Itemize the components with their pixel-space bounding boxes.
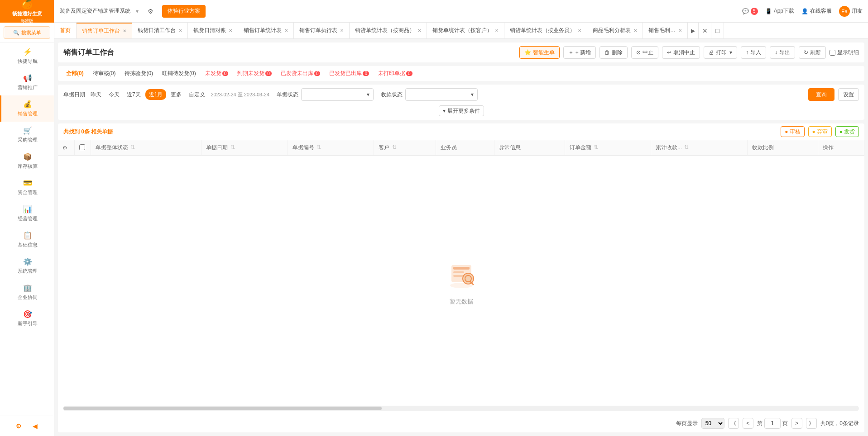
sub-tab-shipped-not-out[interactable]: 已发货未出库0 (276, 68, 325, 79)
sort-icon[interactable]: ⇅ (317, 144, 321, 151)
tab-close-icon[interactable]: ✕ (417, 28, 421, 33)
tab-sales-order-exec[interactable]: 销售订单执行表 ✕ (294, 23, 350, 39)
tab-gross-profit[interactable]: 商品毛利分析表 ✕ (587, 23, 643, 39)
tab-close-icon[interactable]: ✕ (633, 28, 637, 33)
date-1month-btn[interactable]: 近1月 (145, 89, 167, 100)
horizontal-scrollbar[interactable] (63, 406, 859, 411)
date-custom-btn[interactable]: 自定义 (186, 89, 208, 100)
sort-icon[interactable]: ⇅ (684, 144, 689, 151)
filter-settings-button[interactable]: 设置 (838, 88, 859, 101)
sidebar-item-system[interactable]: ⚙️ 系统管理 (0, 253, 54, 279)
th-collected: 累计收款... ⇅ (651, 140, 748, 156)
sort-icon[interactable]: ⇅ (392, 144, 397, 151)
next-page-button[interactable]: > (791, 418, 802, 429)
tab-sales-by-goods[interactable]: 销货单统计表（按商品） ✕ (350, 23, 427, 39)
tab-cash-goods-clear[interactable]: 钱货日清工作台 ✕ (132, 23, 188, 39)
user-menu[interactable]: Ea 用友 (839, 6, 863, 17)
sidebar-item-operations[interactable]: 📊 经营管理 (0, 200, 54, 227)
tab-close-icon[interactable]: ✕ (340, 28, 344, 33)
sort-icon[interactable]: ⇅ (130, 144, 135, 151)
sub-tab-not-shipped[interactable]: 未发货0 (201, 68, 233, 79)
header-settings-button[interactable]: ⚙ (144, 5, 157, 18)
per-page-select[interactable]: 50 20 100 (701, 418, 724, 429)
date-7days-btn[interactable]: 近7天 (124, 89, 144, 100)
page-number-input[interactable] (764, 418, 781, 429)
industry-solution-button[interactable]: 体验行业方案 (162, 5, 206, 18)
date-today-btn[interactable]: 今天 (106, 89, 122, 100)
sidebar-item-purchase[interactable]: 🛒 采购管理 (0, 122, 54, 148)
stop-button[interactable]: ⊘ 中止 (631, 46, 658, 59)
message-button[interactable]: 💬 5 (742, 8, 758, 15)
sort-icon[interactable]: ⇅ (594, 144, 598, 151)
show-detail-input[interactable] (830, 50, 835, 56)
tab-sales-order-stats[interactable]: 销售订单统计表 ✕ (238, 23, 294, 39)
th-abnormal: 异常信息 (494, 140, 565, 156)
add-button[interactable]: ＋ + 新增 (563, 46, 596, 59)
delete-button[interactable]: 🗑 删除 (599, 46, 628, 59)
expand-filter-button[interactable]: ▾ 展开更多条件 (439, 105, 484, 116)
online-service-button[interactable]: 👤 在线客服 (801, 7, 832, 15)
sub-tab-pending-inspection[interactable]: 待拣验货(0) (120, 68, 158, 79)
tab-close-icon[interactable]: ✕ (229, 28, 232, 33)
search-menu-button[interactable]: 🔍 搜索菜单 (4, 26, 50, 39)
sidebar-item-sales[interactable]: 💰 销售管理 (0, 95, 54, 122)
th-settings[interactable]: ⚙ (58, 140, 74, 156)
scrollbar-thumb[interactable] (63, 407, 382, 410)
last-page-button[interactable]: 》 (806, 418, 817, 429)
tab-sales-profit[interactable]: 销售毛利… ✕ (643, 23, 688, 39)
tab-close-icon[interactable]: ✕ (178, 28, 182, 33)
sidebar-item-marketing[interactable]: 📢 营销推广 (0, 69, 54, 95)
sidebar-item-guide[interactable]: 🎯 新手引导 (0, 305, 54, 332)
collapse-button[interactable]: ◀ (29, 420, 42, 432)
import-button[interactable]: ↑ 导入 (741, 46, 766, 59)
sidebar-item-finance[interactable]: 💳 资金管理 (0, 174, 54, 200)
sort-icon[interactable]: ⇅ (230, 144, 235, 151)
settings-button[interactable]: ⚙ (13, 420, 25, 432)
tab-close-icon[interactable]: ✕ (495, 28, 499, 33)
tab-close-icon[interactable]: ✕ (578, 28, 581, 33)
query-button[interactable]: 查询 (808, 88, 834, 101)
revoke-button[interactable]: ● 弃审 (808, 126, 832, 137)
payment-select[interactable]: ▾ (405, 88, 478, 101)
th-salesperson-label: 业务员 (441, 144, 457, 151)
sub-tab-overdue-ship[interactable]: 到期未发货0 (233, 68, 276, 79)
date-more-btn[interactable]: 更多 (168, 89, 184, 100)
print-dropdown[interactable]: 🖨 打印 ▾ (704, 46, 737, 59)
tab-close-all-button[interactable]: ✕ (699, 23, 711, 39)
prev-page-button[interactable]: < (743, 418, 753, 429)
tab-sales-order-workbench[interactable]: 销售订单工作台 ✕ (77, 23, 132, 39)
smart-create-button[interactable]: ⭐ 智能生单 (519, 46, 560, 59)
sidebar-item-enterprise[interactable]: 🏢 企业协同 (0, 279, 54, 305)
sidebar-item-inventory[interactable]: 📦 库存核算 (0, 148, 54, 174)
tab-cash-goods-reconcile[interactable]: 钱货日清对账 ✕ (188, 23, 238, 39)
tab-close-icon[interactable]: ✕ (123, 28, 126, 33)
first-page-button[interactable]: 《 (728, 418, 739, 429)
tab-scroll-right-button[interactable]: ▶ (688, 23, 699, 39)
select-all-checkbox[interactable] (79, 144, 85, 150)
sub-tab-shop-pending[interactable]: 旺铺待发货(0) (158, 68, 201, 79)
sub-tab-all[interactable]: 全部(0) (62, 68, 88, 79)
show-detail-checkbox[interactable]: 显示明细 (830, 49, 859, 57)
cancel-stop-button[interactable]: ↩ 取消中止 (662, 46, 700, 59)
status-select[interactable]: ▾ (301, 88, 374, 101)
date-yesterday-btn[interactable]: 昨天 (88, 89, 104, 100)
cancel-stop-label: 取消中止 (673, 49, 695, 57)
tab-home[interactable]: 首页 (54, 23, 77, 39)
sub-tab-pending-review[interactable]: 待审核(0) (88, 68, 120, 79)
refresh-button[interactable]: ↻ 刷新 (799, 46, 826, 59)
th-operation: 操作 (818, 140, 864, 156)
tab-maximize-button[interactable]: □ (711, 23, 724, 39)
tab-close-icon[interactable]: ✕ (284, 28, 288, 33)
app-download-button[interactable]: 📱 App下载 (765, 7, 794, 15)
tab-sales-by-salesperson[interactable]: 销货单统计表（按业务员） ✕ (504, 23, 587, 39)
ship-button[interactable]: ● 发货 (835, 126, 859, 137)
sub-tab-not-printed[interactable]: 未打印单据0 (374, 68, 417, 79)
export-button[interactable]: ↓ 导出 (770, 46, 795, 59)
tab-sales-by-customer[interactable]: 销货单统计表（按客户） ✕ (427, 23, 504, 39)
th-checkbox[interactable] (74, 140, 91, 156)
sidebar-item-basic[interactable]: 📋 基础信息 (0, 227, 54, 253)
sub-tab-shipped-out[interactable]: 已发货已出库0 (325, 68, 374, 79)
audit-button[interactable]: ● 审核 (781, 126, 804, 137)
tab-close-icon[interactable]: ✕ (678, 28, 682, 33)
sidebar-item-quick-nav[interactable]: ⚡ 快捷导航 (0, 43, 54, 69)
